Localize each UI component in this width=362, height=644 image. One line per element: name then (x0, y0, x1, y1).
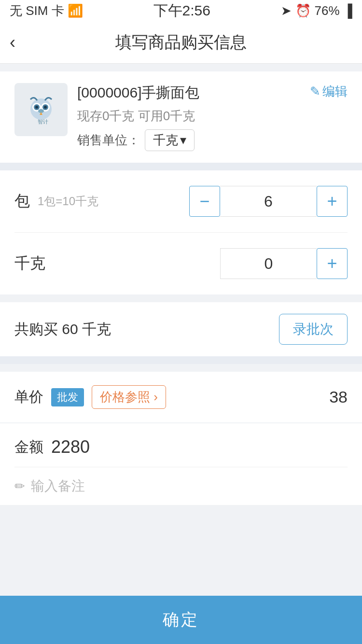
price-tag: 批发 (51, 388, 84, 406)
edit-label: 编辑 (322, 83, 348, 100)
sim-status: 无 SIM 卡 📶 (10, 2, 83, 19)
price-left: 单价 批发 价格参照 › (14, 385, 166, 409)
kg-label: 千克 (14, 253, 45, 274)
price-value: 38 (329, 388, 348, 406)
bag-hint: 1包=10千克 (38, 194, 98, 209)
status-left: 无 SIM 卡 📶 (10, 2, 83, 19)
confirm-button[interactable]: 确定 (0, 596, 362, 644)
product-owl-icon: 智计 (24, 91, 58, 129)
kg-input-row: 千克 + (14, 233, 348, 294)
price-label: 单价 (14, 387, 43, 407)
bag-label: 包 (14, 191, 30, 212)
battery-level: 76% (315, 3, 340, 18)
product-card: 智计 [0000006]手撕面包 ✎ 编辑 现存0千克 可用0千克 销售单位： … (0, 71, 362, 163)
unit-select[interactable]: 千克 ▾ (145, 129, 195, 151)
bag-label-group: 包 1包=10千克 (14, 191, 98, 212)
remark-row[interactable]: ✏ 输入备注 (14, 467, 348, 505)
status-time: 下午2:56 (153, 1, 210, 21)
bag-qty-input[interactable] (220, 186, 317, 217)
input-section: 包 1包=10千克 − + 千克 + (0, 170, 362, 294)
alarm-icon: ⏰ (295, 3, 311, 18)
bag-increment-button[interactable]: + (317, 186, 348, 217)
summary-text: 共购买 60 千克 (14, 320, 111, 339)
amount-section: 金额 2280 ✏ 输入备注 (0, 423, 362, 505)
back-button[interactable]: ‹ (10, 32, 15, 53)
amount-row: 金额 2280 (14, 437, 348, 467)
amount-value: 2280 (51, 437, 90, 457)
nav-bar: ‹ 填写商品购买信息 (0, 21, 362, 64)
bag-qty-control: − + (189, 186, 348, 217)
divider-2 (0, 356, 362, 364)
edit-button[interactable]: ✎ 编辑 (310, 83, 348, 100)
bag-input-row: 包 1包=10千克 − + (14, 170, 348, 233)
kg-increment-button[interactable]: + (317, 248, 348, 279)
pencil-icon: ✏ (14, 479, 25, 494)
unit-label: 销售单位： (77, 132, 140, 149)
unit-arrow-icon: ▾ (180, 133, 186, 148)
price-ref-button[interactable]: 价格参照 › (92, 385, 166, 409)
battery-icon: ▐ (344, 3, 352, 18)
batch-button[interactable]: 录批次 (279, 314, 348, 345)
summary-section: 共购买 60 千克 录批次 (0, 302, 362, 356)
status-bar: 无 SIM 卡 📶 下午2:56 ➤ ⏰ 76% ▐ (0, 0, 362, 21)
edit-icon: ✎ (310, 84, 320, 99)
kg-qty-input[interactable] (220, 248, 317, 279)
location-icon: ➤ (281, 3, 292, 18)
product-thumbnail: 智计 (14, 83, 68, 136)
kg-qty-control: + (220, 248, 348, 279)
product-info: [0000006]手撕面包 ✎ 编辑 现存0千克 可用0千克 销售单位： 千克 … (77, 83, 348, 151)
price-section: 单价 批发 价格参照 › 38 (0, 372, 362, 422)
svg-text:智计: 智计 (38, 119, 48, 125)
divider-1 (0, 163, 362, 170)
product-name: [0000006]手撕面包 (77, 83, 199, 103)
product-stock: 现存0千克 可用0千克 (77, 108, 348, 125)
svg-point-6 (44, 106, 47, 109)
page-title: 填写商品购买信息 (115, 31, 247, 54)
amount-label: 金额 (14, 437, 43, 457)
remark-placeholder: 输入备注 (31, 477, 85, 495)
status-right: ➤ ⏰ 76% ▐ (281, 3, 352, 18)
unit-value: 千克 (153, 132, 178, 149)
svg-point-5 (35, 106, 38, 109)
product-unit-row: 销售单位： 千克 ▾ (77, 129, 348, 151)
bag-decrement-button[interactable]: − (189, 186, 220, 217)
